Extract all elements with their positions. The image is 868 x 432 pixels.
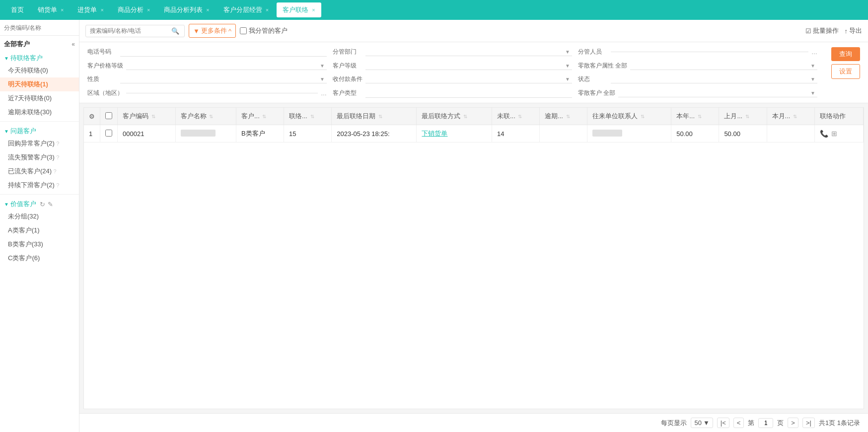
filter-nature-select[interactable]: ▼ [120, 75, 327, 83]
dept-dropdown-icon: ▼ [565, 49, 570, 55]
phone-action-icon[interactable]: 📞 [820, 130, 828, 138]
nav-customer-segmentation[interactable]: 客户分层经营 × [217, 2, 275, 17]
info-icon-lost: ? [53, 168, 56, 174]
sidebar-group-value[interactable]: 价值客户 ↻ ✎ [0, 197, 79, 210]
th-type[interactable]: 客户... ⇅ [236, 108, 284, 125]
region-dots-icon[interactable]: … [321, 90, 327, 97]
sidebar-item-declining[interactable]: 持续下滑客户(2) ? [0, 178, 79, 192]
th-contact-count[interactable]: 联络... ⇅ [284, 108, 332, 125]
retail-attr-dropdown-icon: ▼ [810, 63, 815, 69]
sidebar-item-class-a[interactable]: A类客户(1) [0, 223, 79, 237]
close-product-analysis-icon[interactable]: × [147, 7, 150, 13]
last-page-button[interactable]: >| [802, 418, 815, 428]
sidebar-item-class-c[interactable]: C类客户(6) [0, 251, 79, 265]
sidebar-item-repurchase[interactable]: 回购异常客户(2) ? [0, 137, 79, 150]
th-last-method[interactable]: 最后联络方式 ⇅ [417, 108, 492, 125]
td-action: 📞 ⊞ [814, 125, 863, 143]
close-sales-order-icon[interactable]: × [61, 7, 64, 13]
row-checkbox[interactable] [105, 130, 112, 137]
batch-operation-button[interactable]: ☑ 批量操作 [805, 26, 839, 35]
sidebar-collapse-icon[interactable]: « [72, 41, 75, 48]
nature-dropdown-icon: ▼ [320, 76, 325, 82]
nav-customer-contact[interactable]: 客户联络 × [277, 2, 321, 17]
th-overdue[interactable]: 逾期... ⇅ [540, 108, 587, 125]
next-page-button[interactable]: > [788, 418, 798, 428]
sidebar-item-lost[interactable]: 已流失客户(24) ? [0, 164, 79, 178]
export-icon: ↑ [845, 27, 848, 35]
grid-action-icon[interactable]: ⊞ [831, 130, 837, 138]
payment-dropdown-icon: ▼ [565, 76, 570, 82]
th-last-month[interactable]: 上月... ⇅ [719, 108, 767, 125]
close-customer-contact-icon[interactable]: × [312, 7, 315, 13]
table-header-row: ⚙ 客户编码 ⇅ 客户名称 ⇅ [84, 108, 864, 125]
th-no-contact[interactable]: 未联... ⇅ [492, 108, 539, 125]
close-product-analysis-list-icon[interactable]: × [206, 7, 209, 13]
page-number-input[interactable] [758, 418, 773, 428]
close-purchase-order-icon[interactable]: × [100, 7, 103, 13]
prev-page-button[interactable]: < [733, 418, 744, 428]
filter-customer-type-input[interactable] [365, 88, 572, 98]
close-customer-segmentation-icon[interactable]: × [266, 7, 269, 13]
my-customer-checkbox-container[interactable]: 我分管的客户 [240, 26, 288, 35]
filter-customer-level-select[interactable]: ▼ [365, 62, 572, 70]
customer-table: ⚙ 客户编码 ⇅ 客户名称 ⇅ [84, 108, 864, 143]
th-settings[interactable]: ⚙ [84, 108, 100, 125]
retail-customer-dropdown-icon: ▼ [810, 90, 815, 96]
th-this-month[interactable]: 本月... ⇅ [767, 108, 814, 125]
filter-payment-select[interactable]: ▼ [365, 75, 572, 83]
filter-button[interactable]: ▼ 更多条件 ^ [189, 24, 236, 38]
th-code[interactable]: 客户编码 ⇅ [118, 108, 176, 125]
query-button[interactable]: 查询 [831, 47, 860, 61]
nav-product-analysis-list[interactable]: 商品分析列表 × [158, 2, 215, 17]
filter-region: 区域（地区） … [87, 89, 327, 97]
edit-icon[interactable]: ✎ [48, 201, 53, 208]
nav-home[interactable]: 首页 [5, 2, 30, 17]
manager-dots-icon[interactable]: … [811, 49, 817, 56]
nav-purchase-order[interactable]: 进货单 × [72, 2, 109, 17]
th-last-date[interactable]: 最后联络日期 ⇅ [332, 108, 417, 125]
td-contacts [587, 125, 671, 143]
th-action: 联络动作 [814, 108, 863, 125]
filter-dept-select[interactable]: ▼ [365, 48, 572, 56]
th-checkbox [100, 108, 118, 125]
th-this-year[interactable]: 本年... ⇅ [671, 108, 719, 125]
sidebar-item-overdue[interactable]: 逾期未联络(30) [0, 105, 79, 119]
search-submit-icon[interactable]: 🔍 [171, 27, 179, 35]
sidebar-group-problem[interactable]: 问题客户 [0, 124, 79, 137]
refresh-icon[interactable]: ↻ [40, 201, 45, 208]
th-contacts[interactable]: 往来单位联系人 ⇅ [587, 108, 671, 125]
sidebar-item-tomorrow[interactable]: 明天待联络(1) [0, 77, 79, 91]
page-size-select[interactable]: 50 ▼ [691, 418, 713, 428]
filter-icon: ▼ [193, 27, 200, 35]
filter-status-select[interactable]: ▼ [611, 75, 817, 83]
sidebar-all-customers[interactable]: 全部客户 « [0, 36, 79, 51]
sidebar-group-pending[interactable]: 待联络客户 [0, 51, 79, 64]
filter-phone-input[interactable] [120, 47, 327, 57]
table-settings-icon[interactable]: ⚙ [89, 113, 95, 120]
my-customer-checkbox[interactable] [240, 27, 247, 34]
sidebar-item-ungroup[interactable]: 未分组(32) [0, 210, 79, 223]
sidebar-item-today[interactable]: 今天待联络(0) [0, 64, 79, 77]
info-icon-lost-warning: ? [56, 154, 59, 160]
sort-contact-count-icon: ⇅ [310, 114, 314, 119]
sidebar-item-class-b[interactable]: B类客户(33) [0, 237, 79, 251]
filter-price-level-select[interactable]: ▼ [126, 62, 327, 70]
search-input[interactable] [90, 27, 169, 34]
export-button[interactable]: ↑ 导出 [845, 26, 863, 35]
first-page-button[interactable]: |< [717, 418, 729, 428]
nav-sales-order[interactable]: 销货单 × [32, 2, 70, 17]
td-this-year: 50.00 [671, 125, 719, 143]
sort-type-icon: ⇅ [262, 114, 266, 119]
sidebar-item-lost-warning[interactable]: 流失预警客户(3) ? [0, 150, 79, 164]
filter-retail-attr-select[interactable]: ▼ [630, 62, 817, 70]
nav-product-analysis[interactable]: 商品分析 × [112, 2, 156, 17]
sidebar-item-7days[interactable]: 近7天待联络(0) [0, 91, 79, 105]
select-all-checkbox[interactable] [105, 112, 112, 119]
filter-retail-customer-select[interactable]: ▼ [618, 89, 817, 97]
customer-level-dropdown-icon: ▼ [565, 63, 570, 69]
filter-customer-type: 客户类型 [333, 88, 572, 98]
sidebar-search-input[interactable] [4, 24, 78, 31]
settings-button[interactable]: 设置 [831, 64, 860, 79]
th-name[interactable]: 客户名称 ⇅ [175, 108, 236, 125]
sort-last-date-icon: ⇅ [378, 114, 382, 119]
